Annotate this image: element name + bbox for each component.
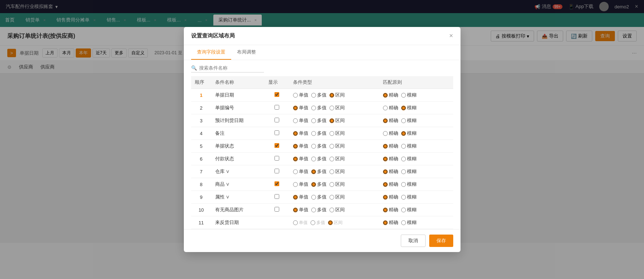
match-fuzzy-label[interactable]: 模糊	[401, 207, 416, 213]
match-fuzzy-label[interactable]: 模糊	[401, 181, 416, 188]
match-fuzzy-radio[interactable]	[401, 131, 406, 136]
type-multi-radio[interactable]	[311, 169, 316, 174]
match-exact-radio[interactable]	[383, 144, 388, 149]
match-exact-radio[interactable]	[383, 106, 388, 110]
match-exact-radio[interactable]	[383, 220, 388, 225]
type-single-radio[interactable]	[293, 208, 298, 212]
match-exact-label[interactable]: 精确	[383, 130, 398, 137]
match-fuzzy-label[interactable]: 模糊	[401, 219, 416, 226]
match-fuzzy-label[interactable]: 模糊	[401, 194, 416, 200]
match-exact-radio[interactable]	[383, 208, 388, 212]
type-range-radio[interactable]	[329, 131, 334, 136]
type-range-label[interactable]: 区间	[329, 143, 345, 149]
match-fuzzy-label[interactable]: 模糊	[401, 130, 416, 137]
type-multi-radio[interactable]	[311, 195, 316, 200]
type-range-radio[interactable]	[328, 220, 333, 225]
match-exact-radio[interactable]	[383, 118, 388, 123]
match-exact-label[interactable]: 精确	[383, 156, 398, 162]
type-multi-label[interactable]: 多值	[311, 194, 327, 200]
match-exact-label[interactable]: 精确	[383, 105, 398, 111]
match-fuzzy-label[interactable]: 模糊	[401, 117, 416, 124]
type-range-label[interactable]: 区间	[329, 92, 345, 98]
match-exact-label[interactable]: 精确	[383, 92, 398, 98]
type-range-radio[interactable]	[329, 169, 334, 174]
search-input[interactable]	[199, 65, 257, 71]
match-fuzzy-radio[interactable]	[401, 169, 406, 174]
type-multi-label[interactable]: 多值	[311, 143, 327, 149]
match-fuzzy-radio[interactable]	[401, 208, 406, 212]
type-single-label[interactable]: 单值	[293, 220, 308, 226]
type-range-radio[interactable]	[329, 157, 334, 161]
type-range-label[interactable]: 区间	[329, 117, 345, 124]
match-fuzzy-radio[interactable]	[401, 106, 406, 110]
match-fuzzy-radio[interactable]	[401, 157, 406, 161]
type-multi-label[interactable]: 多值	[311, 168, 327, 175]
display-checkbox[interactable]	[274, 105, 279, 110]
type-range-label[interactable]: 区间	[329, 156, 345, 162]
dialog-tab-field-settings[interactable]: 查询字段设置	[191, 45, 231, 60]
type-range-label[interactable]: 区间	[329, 105, 345, 111]
type-multi-label[interactable]: 多值	[311, 92, 327, 98]
type-single-radio[interactable]	[293, 195, 298, 200]
match-fuzzy-label[interactable]: 模糊	[401, 168, 416, 175]
match-fuzzy-radio[interactable]	[401, 220, 406, 225]
display-checkbox[interactable]	[274, 118, 279, 122]
type-multi-label[interactable]: 多值	[311, 220, 325, 226]
match-fuzzy-radio[interactable]	[401, 144, 406, 149]
match-fuzzy-radio[interactable]	[401, 195, 406, 200]
type-single-radio[interactable]	[293, 220, 298, 225]
type-multi-label[interactable]: 多值	[311, 130, 327, 137]
dialog-close-button[interactable]: ×	[449, 32, 453, 40]
type-single-radio[interactable]	[293, 157, 298, 161]
type-single-radio[interactable]	[293, 182, 298, 187]
match-exact-label[interactable]: 精确	[383, 219, 398, 226]
type-multi-radio[interactable]	[311, 220, 315, 225]
type-multi-radio[interactable]	[311, 157, 316, 161]
display-checkbox[interactable]	[274, 194, 279, 199]
type-single-radio[interactable]	[293, 144, 298, 149]
type-single-label[interactable]: 单值	[293, 143, 308, 149]
display-checkbox[interactable]	[274, 143, 279, 148]
type-single-label[interactable]: 单值	[293, 181, 308, 188]
display-checkbox[interactable]	[274, 207, 279, 212]
type-range-label[interactable]: 区间	[329, 130, 345, 137]
match-exact-radio[interactable]	[383, 182, 388, 187]
type-single-label[interactable]: 单值	[293, 105, 308, 111]
match-fuzzy-label[interactable]: 模糊	[401, 92, 416, 98]
type-multi-label[interactable]: 多值	[311, 105, 327, 111]
type-single-label[interactable]: 单值	[293, 156, 308, 162]
type-range-radio[interactable]	[329, 182, 334, 187]
type-single-label[interactable]: 单值	[293, 117, 308, 124]
match-exact-radio[interactable]	[383, 131, 388, 136]
display-checkbox[interactable]	[274, 130, 279, 135]
type-range-radio[interactable]	[329, 93, 334, 98]
type-multi-label[interactable]: 多值	[311, 117, 327, 124]
type-range-radio[interactable]	[329, 208, 334, 212]
type-multi-label[interactable]: 多值	[311, 207, 327, 213]
cancel-button[interactable]: 取消	[401, 235, 426, 243]
type-multi-label[interactable]: 多值	[311, 156, 327, 162]
match-exact-label[interactable]: 精确	[383, 143, 398, 149]
display-checkbox[interactable]	[274, 181, 279, 186]
match-exact-radio[interactable]	[383, 169, 388, 174]
match-fuzzy-label[interactable]: 模糊	[401, 156, 416, 162]
match-exact-label[interactable]: 精确	[383, 181, 398, 188]
display-checkbox[interactable]	[274, 156, 279, 161]
display-checkbox[interactable]	[274, 92, 279, 97]
type-multi-radio[interactable]	[311, 182, 316, 187]
type-multi-radio[interactable]	[311, 131, 316, 136]
match-fuzzy-label[interactable]: 模糊	[401, 105, 416, 111]
type-single-radio[interactable]	[293, 118, 298, 123]
type-range-label[interactable]: 区间	[329, 168, 345, 175]
match-exact-radio[interactable]	[383, 93, 388, 98]
match-fuzzy-radio[interactable]	[401, 182, 406, 187]
type-multi-radio[interactable]	[311, 118, 316, 123]
type-single-label[interactable]: 单值	[293, 92, 308, 98]
match-exact-label[interactable]: 精确	[383, 207, 398, 213]
type-range-label[interactable]: 区间	[329, 181, 345, 188]
type-single-radio[interactable]	[293, 169, 298, 174]
type-range-label[interactable]: 区间	[328, 220, 343, 226]
type-single-label[interactable]: 单值	[293, 207, 308, 213]
match-fuzzy-radio[interactable]	[401, 118, 406, 123]
type-single-label[interactable]: 单值	[293, 130, 308, 137]
